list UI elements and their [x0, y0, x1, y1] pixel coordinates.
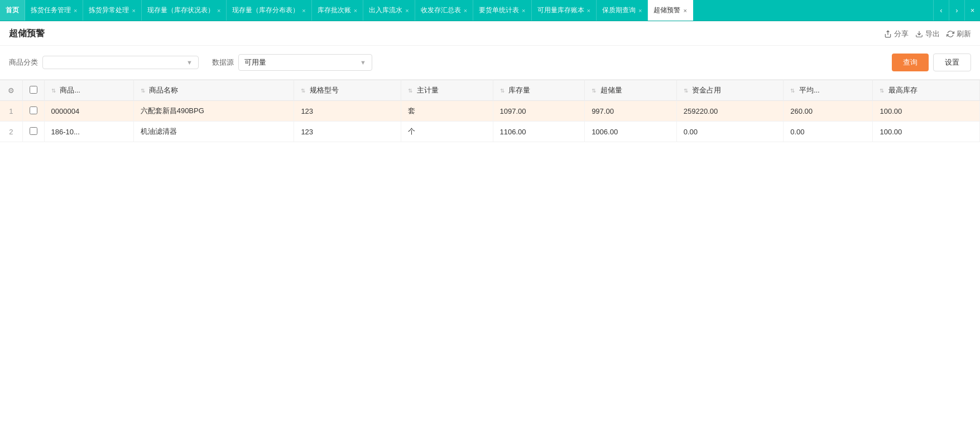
- nav-tab-9-label: 保质期查询: [602, 6, 636, 15]
- row-product-name: 机油滤清器: [133, 122, 294, 142]
- th-product-code[interactable]: ⇅ 商品...: [44, 80, 133, 101]
- row-checkbox[interactable]: [30, 127, 37, 135]
- row-spec: 123: [294, 101, 401, 122]
- category-label: 商品分类: [9, 57, 38, 67]
- sort-icon-spec: ⇅: [301, 88, 305, 94]
- nav-tab-10-label: 超储预警: [654, 6, 680, 15]
- row-overflow: 1006.00: [585, 122, 677, 142]
- category-select[interactable]: ▼: [42, 56, 199, 69]
- nav-tab-2-close[interactable]: ×: [217, 7, 220, 14]
- category-filter-group: 商品分类 ▼: [9, 56, 199, 69]
- nav-tab-3[interactable]: 现存量（库存分布表） ×: [227, 0, 311, 21]
- th-unit[interactable]: ⇅ 主计量: [401, 80, 493, 101]
- nav-tab-9[interactable]: 保质期查询 ×: [597, 0, 648, 21]
- nav-tab-7-close[interactable]: ×: [522, 7, 525, 14]
- sort-icon-unit: ⇅: [408, 88, 412, 94]
- nav-tab-2-label: 现存量（库存状况表）: [147, 6, 214, 15]
- nav-tab-8-close[interactable]: ×: [587, 7, 590, 14]
- table-body: 1 0000004 六配套新昌490BPG 123 套 1097.00 997.…: [0, 101, 980, 142]
- datasource-value: 可用量: [244, 57, 266, 67]
- nav-tab-5[interactable]: 出入库流水 ×: [363, 0, 415, 21]
- nav-tab-6-label: 收发存汇总表: [421, 6, 461, 15]
- th-product-name[interactable]: ⇅ 商品名称: [133, 80, 294, 101]
- export-button[interactable]: 导出: [915, 29, 940, 39]
- header-actions: 分享 导出 刷新: [884, 29, 971, 39]
- top-nav: 首页 拣货任务管理 × 拣货异常处理 × 现存量（库存状况表） × 现存量（库存…: [0, 0, 980, 21]
- nav-tab-3-close[interactable]: ×: [302, 7, 305, 14]
- nav-left-arrow[interactable]: ‹: [933, 0, 949, 21]
- table-header-row: ⚙ ⇅ 商品... ⇅ 商品名称 ⇅ 规格型号: [0, 80, 980, 101]
- nav-tab-3-label: 现存量（库存分布表）: [232, 6, 299, 15]
- nav-tab-home[interactable]: 首页: [0, 0, 25, 21]
- nav-tab-7-label: 要货单统计表: [479, 6, 519, 15]
- nav-close-btn[interactable]: ×: [964, 0, 980, 21]
- col-label-capital: 资金占用: [692, 86, 721, 94]
- data-table: ⚙ ⇅ 商品... ⇅ 商品名称 ⇅ 规格型号: [0, 80, 980, 142]
- col-label-overflow: 超储量: [601, 86, 622, 94]
- nav-tab-1-label: 拣货异常处理: [89, 6, 129, 15]
- nav-tab-6[interactable]: 收发存汇总表 ×: [415, 0, 473, 21]
- nav-tab-5-label: 出入库流水: [369, 6, 402, 15]
- th-spec[interactable]: ⇅ 规格型号: [294, 80, 401, 101]
- table-container: ⚙ ⇅ 商品... ⇅ 商品名称 ⇅ 规格型号: [0, 80, 980, 142]
- row-spec: 123: [294, 122, 401, 142]
- th-capital[interactable]: ⇅ 资金占用: [676, 80, 784, 101]
- row-avg: 0.00: [784, 122, 873, 142]
- nav-tab-1-close[interactable]: ×: [132, 7, 135, 14]
- filter-row: 商品分类 ▼ 数据源 可用量 ▼ 查询 设置: [0, 46, 980, 80]
- nav-tab-6-close[interactable]: ×: [464, 7, 467, 14]
- row-stock: 1097.00: [493, 101, 585, 122]
- nav-tab-9-close[interactable]: ×: [638, 7, 642, 14]
- datasource-dropdown-icon: ▼: [360, 59, 366, 66]
- row-product-code: 186-10...: [44, 122, 133, 142]
- th-avg[interactable]: ⇅ 平均...: [784, 80, 873, 101]
- sort-icon-overflow: ⇅: [592, 88, 596, 94]
- th-overflow[interactable]: ⇅ 超储量: [585, 80, 677, 101]
- th-settings: ⚙: [0, 80, 22, 101]
- row-avg: 260.00: [784, 101, 873, 122]
- nav-tab-0-label: 拣货任务管理: [31, 6, 71, 15]
- sort-icon-capital: ⇅: [684, 88, 688, 94]
- nav-tab-4-close[interactable]: ×: [354, 7, 357, 14]
- gear-icon[interactable]: ⚙: [8, 86, 15, 95]
- col-label-code: 商品...: [60, 86, 80, 94]
- share-label: 分享: [894, 29, 909, 39]
- home-label: 首页: [6, 6, 19, 15]
- th-stock[interactable]: ⇅ 库存量: [493, 80, 585, 101]
- nav-tab-5-close[interactable]: ×: [405, 7, 409, 14]
- nav-tab-8-label: 可用量库存账本: [537, 6, 584, 15]
- th-checkbox: [22, 80, 44, 101]
- row-unit: 个: [401, 122, 493, 142]
- settings-button[interactable]: 设置: [933, 54, 971, 71]
- row-product-code: 0000004: [44, 101, 133, 122]
- row-product-name: 六配套新昌490BPG: [133, 101, 294, 122]
- datasource-select[interactable]: 可用量 ▼: [238, 54, 372, 71]
- nav-tab-8[interactable]: 可用量库存账本 ×: [532, 0, 597, 21]
- nav-tab-1[interactable]: 拣货异常处理 ×: [83, 0, 141, 21]
- th-max-stock[interactable]: ⇅ 最高库存: [873, 80, 980, 101]
- nav-tab-10[interactable]: 超储预警 ×: [648, 0, 693, 21]
- page-title: 超储预警: [9, 28, 45, 40]
- nav-tab-0-close[interactable]: ×: [74, 7, 77, 14]
- filter-buttons: 查询 设置: [892, 54, 971, 71]
- nav-tab-0[interactable]: 拣货任务管理 ×: [25, 0, 83, 21]
- nav-tab-4[interactable]: 库存批次账 ×: [312, 0, 363, 21]
- row-checkbox[interactable]: [30, 106, 37, 114]
- sort-icon-max: ⇅: [880, 88, 884, 94]
- refresh-icon: [947, 30, 954, 38]
- nav-tab-7[interactable]: 要货单统计表 ×: [473, 0, 531, 21]
- share-button[interactable]: 分享: [884, 29, 909, 39]
- nav-tab-10-close[interactable]: ×: [683, 7, 686, 14]
- refresh-button[interactable]: 刷新: [947, 29, 971, 39]
- nav-tab-2[interactable]: 现存量（库存状况表） ×: [142, 0, 227, 21]
- row-capital: 0.00: [676, 122, 784, 142]
- row-checkbox-cell: [22, 101, 44, 122]
- select-all-checkbox[interactable]: [30, 86, 37, 94]
- table-row: 2 186-10... 机油滤清器 123 个 1106.00 1006.00 …: [0, 122, 980, 142]
- nav-right-arrow[interactable]: ›: [949, 0, 964, 21]
- query-button[interactable]: 查询: [892, 54, 929, 71]
- datasource-label: 数据源: [212, 57, 234, 67]
- row-num: 1: [0, 101, 22, 122]
- datasource-filter-group: 数据源 可用量 ▼: [212, 54, 372, 71]
- export-label: 导出: [925, 29, 940, 39]
